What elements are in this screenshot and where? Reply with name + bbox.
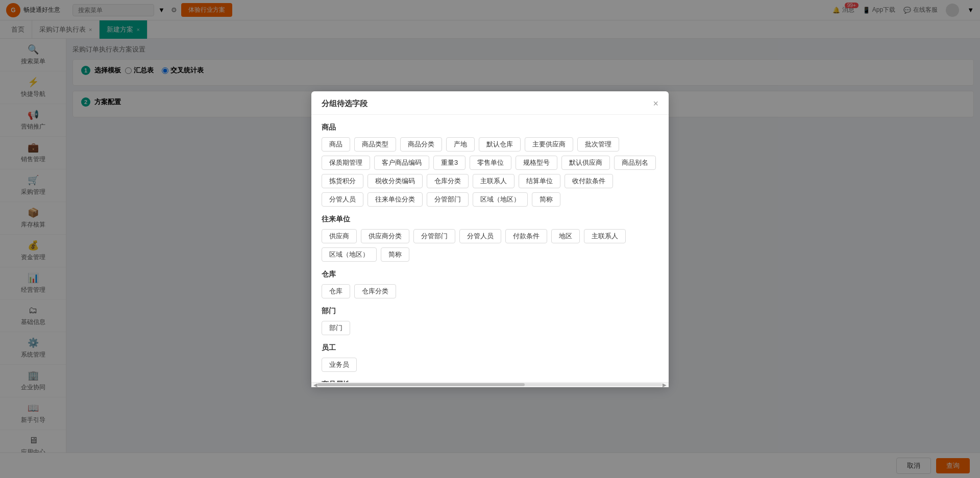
field-tags-0: 商品商品类型商品分类产地默认仓库主要供应商批次管理保质期管理客户商品编码重量3零… <box>322 137 658 207</box>
field-tag-0-15[interactable]: 税收分类编码 <box>368 174 423 188</box>
field-tag-1-2[interactable]: 分管部门 <box>413 229 455 243</box>
field-tag-0-17[interactable]: 主联系人 <box>473 174 514 188</box>
field-tag-1-1[interactable]: 供应商分类 <box>361 229 409 243</box>
modal-title: 分组待选字段 <box>322 99 368 109</box>
hscroll-right-arrow[interactable]: ▶ <box>663 382 667 388</box>
field-tag-0-12[interactable]: 默认供应商 <box>561 156 610 170</box>
field-tag-0-19[interactable]: 收付款条件 <box>565 174 613 188</box>
field-tags-4: 业务员 <box>322 358 658 372</box>
field-tag-0-6[interactable]: 批次管理 <box>577 137 619 152</box>
hscroll-left-arrow[interactable]: ◀ <box>313 382 317 388</box>
field-tag-0-13[interactable]: 商品别名 <box>614 156 656 170</box>
field-tag-0-16[interactable]: 仓库分类 <box>427 174 469 188</box>
field-tag-0-11[interactable]: 规格型号 <box>516 156 557 170</box>
field-tag-1-6[interactable]: 主联系人 <box>584 229 626 243</box>
field-tag-1-8[interactable]: 简称 <box>381 247 409 262</box>
field-tag-0-24[interactable]: 简称 <box>532 192 560 207</box>
field-tag-0-8[interactable]: 客户商品编码 <box>374 156 429 170</box>
field-tag-4-0[interactable]: 业务员 <box>322 358 357 372</box>
field-tag-0-14[interactable]: 拣货积分 <box>322 174 363 188</box>
section-title-3: 部门 <box>322 307 658 316</box>
field-tag-1-5[interactable]: 地区 <box>551 229 580 243</box>
field-section-1: 往来单位供应商供应商分类分管部门分管人员付款条件地区主联系人区域（地区）简称 <box>322 215 658 262</box>
modal-body: 商品商品商品类型商品分类产地默认仓库主要供应商批次管理保质期管理客户商品编码重量… <box>311 115 669 382</box>
field-section-0: 商品商品商品类型商品分类产地默认仓库主要供应商批次管理保质期管理客户商品编码重量… <box>322 123 658 207</box>
field-tag-0-2[interactable]: 商品分类 <box>400 137 442 152</box>
field-section-3: 部门部门 <box>322 307 658 335</box>
field-tags-3: 部门 <box>322 321 658 335</box>
field-tag-0-5[interactable]: 主要供应商 <box>525 137 573 152</box>
field-tag-1-7[interactable]: 区域（地区） <box>322 247 377 262</box>
field-tag-0-0[interactable]: 商品 <box>322 137 350 152</box>
field-tag-2-1[interactable]: 仓库分类 <box>354 284 396 298</box>
hscroll-thumb <box>317 383 525 386</box>
section-title-1: 往来单位 <box>322 215 658 224</box>
modal-overlay[interactable]: 分组待选字段 × 商品商品商品类型商品分类产地默认仓库主要供应商批次管理保质期管… <box>0 0 980 478</box>
modal-header: 分组待选字段 × <box>311 91 669 115</box>
field-tag-1-3[interactable]: 分管人员 <box>459 229 501 243</box>
field-tag-0-18[interactable]: 结算单位 <box>519 174 560 188</box>
field-tag-0-3[interactable]: 产地 <box>446 137 475 152</box>
field-tags-1: 供应商供应商分类分管部门分管人员付款条件地区主联系人区域（地区）简称 <box>322 229 658 262</box>
field-select-modal: 分组待选字段 × 商品商品商品类型商品分类产地默认仓库主要供应商批次管理保质期管… <box>311 91 669 387</box>
field-section-2: 仓库仓库仓库分类 <box>322 270 658 298</box>
modal-close-button[interactable]: × <box>653 98 658 109</box>
section-title-2: 仓库 <box>322 270 658 279</box>
modal-hscroll: ◀ ▶ <box>311 382 669 387</box>
field-tag-1-4[interactable]: 付款条件 <box>505 229 547 243</box>
field-tag-0-23[interactable]: 区域（地区） <box>473 192 528 207</box>
hscroll-track <box>317 383 663 386</box>
field-tag-0-20[interactable]: 分管人员 <box>322 192 363 207</box>
field-tag-3-0[interactable]: 部门 <box>322 321 350 335</box>
field-section-4: 员工业务员 <box>322 343 658 372</box>
field-tag-0-10[interactable]: 零售单位 <box>470 156 511 170</box>
field-tag-0-22[interactable]: 分管部门 <box>427 192 469 207</box>
field-tag-0-9[interactable]: 重量3 <box>433 156 465 170</box>
field-tag-1-0[interactable]: 供应商 <box>322 229 357 243</box>
field-tag-0-4[interactable]: 默认仓库 <box>479 137 521 152</box>
section-title-4: 员工 <box>322 343 658 353</box>
section-title-0: 商品 <box>322 123 658 132</box>
field-tags-2: 仓库仓库分类 <box>322 284 658 298</box>
field-tag-0-21[interactable]: 往来单位分类 <box>368 192 423 207</box>
field-tag-0-7[interactable]: 保质期管理 <box>322 156 370 170</box>
field-tag-0-1[interactable]: 商品类型 <box>354 137 396 152</box>
field-tag-2-0[interactable]: 仓库 <box>322 284 350 298</box>
